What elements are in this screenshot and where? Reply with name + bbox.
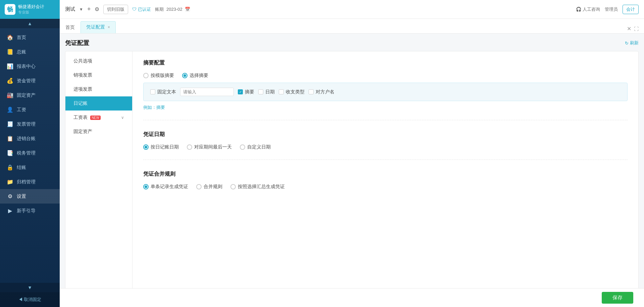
merge-section-title: 凭证合并规则 [143, 171, 628, 178]
date-section: 凭证日期 按日记账日期 对应期间最后一天 自定义日期 [143, 131, 628, 160]
logo-icon: 畅 [5, 4, 15, 15]
radio-merge-rules-circle [196, 184, 202, 189]
header-certified: 🛡 已认证 [132, 6, 151, 12]
checkbox-counterpart[interactable]: 对方户名 [309, 89, 334, 95]
admin-label: 管理员 [605, 6, 618, 12]
date-radio-group: 按日记账日期 对应期间最后一天 自定义日期 [143, 144, 628, 150]
sidebar-item-invoice-mgmt[interactable]: 🧾 发票管理 [0, 117, 60, 131]
left-menu-item-salary-sheet[interactable]: 工资表 NEW ∨ [65, 111, 132, 125]
checkbox-income-type-box [279, 89, 284, 94]
header: 测试 ▼ + ⚙ 切到旧版 🛡 已认证 账期 2023-02 📅 🎧 人工咨询 … [60, 0, 644, 19]
scroll-up-btn[interactable]: ▲ [0, 19, 60, 28]
radio-single-circle [143, 184, 149, 189]
radio-select-summary-circle [230, 184, 236, 189]
sidebar-logo: 畅 畅捷通好会计 专业版 [0, 0, 60, 19]
sidebar: 畅 畅捷通好会计 专业版 ▲ 🏠 首页 📒 总账 📊 报表中心 💰 资金管理 🏭… [0, 0, 60, 307]
sales-purchase-icon: 📋 [7, 135, 13, 142]
sidebar-item-guide[interactable]: ▶ 新手引导 [0, 204, 60, 218]
checkbox-counterpart-box [309, 89, 314, 94]
accountant-btn[interactable]: 会计 [623, 5, 639, 14]
close-account-icon: 🔒 [7, 164, 13, 171]
page-title: 凭证配置 [65, 39, 89, 47]
new-badge: NEW [90, 116, 101, 120]
sidebar-item-home[interactable]: 🏠 首页 [0, 30, 60, 45]
cancel-fixed-label: ◀ 取消固定 [18, 297, 42, 303]
checkbox-fixed-text[interactable]: 固定文本 [150, 89, 176, 95]
summary-section: 摘要配置 按模版摘要 选择摘要 [143, 59, 628, 120]
tab-home[interactable]: 首页 [60, 21, 80, 33]
cancel-fixed-btn[interactable]: ◀ 取消固定 [0, 292, 60, 307]
header-add-btn[interactable]: + [87, 6, 91, 13]
sidebar-item-ledger[interactable]: 📒 总账 [0, 45, 60, 59]
sidebar-item-settings[interactable]: ⚙ 设置 [0, 189, 60, 204]
radio-custom-date-circle [240, 144, 245, 150]
radio-select-summary[interactable]: 选择摘要 [182, 73, 208, 79]
fixed-text-input[interactable] [180, 88, 234, 96]
date-section-title: 凭证日期 [143, 131, 628, 138]
inner-layout: 公共选项 销项发票 进项发票 日记账 工资表 NEW [65, 51, 639, 302]
sidebar-item-capital[interactable]: 💰 资金管理 [0, 74, 60, 88]
tab-voucher-config[interactable]: 凭证配置 × [80, 21, 116, 33]
radio-custom-date[interactable]: 自定义日期 [240, 144, 271, 150]
scroll-down-btn[interactable]: ▼ [0, 283, 60, 292]
radio-single-voucher[interactable]: 单条记录生成凭证 [143, 184, 188, 190]
shield-icon: 🛡 [132, 7, 137, 12]
radio-journal-date[interactable]: 按日记账日期 [143, 144, 179, 150]
header-settings-btn[interactable]: ⚙ [95, 6, 99, 12]
radio-journal-date-circle [143, 144, 149, 150]
sidebar-item-report[interactable]: 📊 报表中心 [0, 59, 60, 74]
checkbox-date[interactable]: 日期 [258, 89, 275, 95]
left-menu-item-journal[interactable]: 日记账 [65, 96, 132, 111]
radio-period-last-circle [187, 144, 192, 150]
chevron-down-icon: ∨ [121, 115, 124, 120]
header-right: 🎧 人工咨询 管理员 会计 [576, 5, 639, 14]
header-company: 测试 [65, 6, 75, 12]
home-icon: 🏠 [7, 34, 13, 41]
calendar-icon[interactable]: 📅 [185, 7, 190, 12]
sidebar-item-payroll[interactable]: 👤 工资 [0, 102, 60, 117]
guide-icon: ▶ [7, 208, 13, 214]
left-menu-item-purchase-invoice[interactable]: 进项发票 [65, 82, 132, 96]
checkbox-income-type[interactable]: 收支类型 [279, 89, 305, 95]
tabs-bar: 首页 凭证配置 × ✕ ⛶ [60, 19, 644, 34]
checkbox-fixed-text-box [150, 89, 155, 94]
left-menu-item-fixed-asset[interactable]: 固定资产 [65, 125, 132, 139]
radio-select-summary-voucher[interactable]: 按照选择汇总生成凭证 [230, 184, 285, 190]
sidebar-item-fixed-asset[interactable]: 🏭 固定资产 [0, 88, 60, 102]
header-period: 账期 2023-02 📅 [155, 6, 190, 12]
consult-btn[interactable]: 🎧 人工咨询 [576, 6, 600, 12]
payroll-icon: 👤 [7, 106, 13, 113]
fixed-asset-icon: 🏭 [7, 92, 13, 98]
summary-section-title: 摘要配置 [143, 59, 628, 67]
left-menu-item-sales-invoice[interactable]: 销项发票 [65, 68, 132, 82]
invoice-mgmt-icon: 🧾 [7, 121, 13, 127]
left-menu: 公共选项 销项发票 进项发票 日记账 工资表 NEW [65, 51, 132, 301]
merge-radio-group: 单条记录生成凭证 合并规则 按照选择汇总生成凭证 [143, 184, 628, 190]
sidebar-item-archive[interactable]: 📁 归档管理 [0, 175, 60, 189]
sidebar-nav: 🏠 首页 📒 总账 📊 报表中心 💰 资金管理 🏭 固定资产 👤 工资 🧾 发票… [0, 28, 60, 283]
sidebar-item-sales-purchase[interactable]: 📋 进销台账 [0, 131, 60, 146]
capital-icon: 💰 [7, 78, 13, 84]
sidebar-item-close[interactable]: 🔒 结账 [0, 160, 60, 175]
left-menu-item-public[interactable]: 公共选项 [65, 54, 132, 68]
report-icon: 📊 [7, 63, 13, 70]
switch-old-version-btn[interactable]: 切到旧版 [103, 5, 128, 14]
radio-merge-rules[interactable]: 合并规则 [196, 184, 222, 190]
tabs-close-all-btn[interactable]: ✕ [627, 26, 631, 32]
sidebar-item-tax[interactable]: 📑 税务管理 [0, 146, 60, 160]
archive-icon: 📁 [7, 179, 13, 185]
radio-template-summary[interactable]: 按模版摘要 [143, 73, 174, 79]
tab-close-icon[interactable]: × [108, 25, 110, 30]
refresh-btn[interactable]: ↻ 刷新 [625, 40, 639, 46]
refresh-icon: ↻ [625, 41, 629, 46]
checkbox-summary[interactable]: ✓ 摘要 [238, 89, 254, 95]
header-dropdown-btn[interactable]: ▼ [79, 7, 83, 12]
right-panel: 摘要配置 按模版摘要 选择摘要 [132, 51, 638, 301]
radio-template-circle [143, 73, 149, 78]
tax-icon: 📑 [7, 150, 13, 156]
tabs-expand-btn[interactable]: ⛶ [634, 26, 639, 32]
page-container: 凭证配置 ↻ 刷新 公共选项 销项发票 进项发票 日记账 [60, 34, 644, 307]
save-btn[interactable]: 保存 [602, 292, 633, 304]
checkbox-summary-box: ✓ [238, 89, 243, 94]
radio-period-last[interactable]: 对应期间最后一天 [187, 144, 232, 150]
